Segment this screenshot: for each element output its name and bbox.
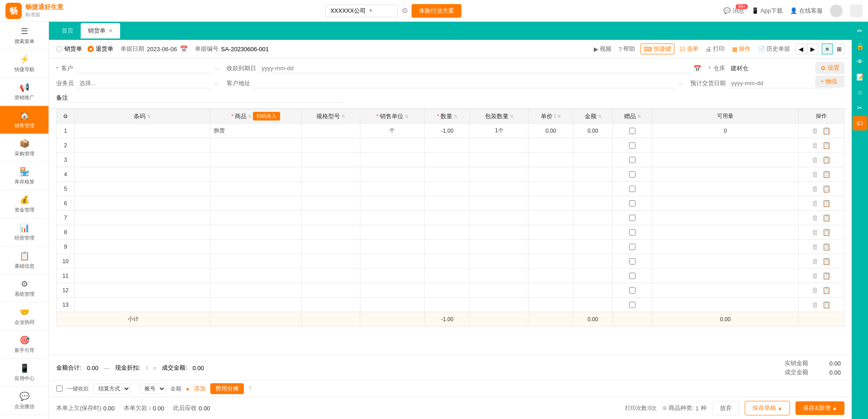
rpanel-eye-icon[interactable]: 👁: [853, 54, 867, 69]
discount-info-icon[interactable]: ℹ: [146, 365, 148, 371]
row-product-10[interactable]: [210, 269, 301, 283]
row-unit-3[interactable]: [360, 167, 424, 182]
rpanel-lock-icon[interactable]: 🔒: [853, 39, 867, 53]
row-pkgqty-11[interactable]: [470, 283, 529, 298]
add-icon[interactable]: ●: [186, 385, 189, 392]
row-gift-7[interactable]: [613, 225, 652, 240]
row-amount-4[interactable]: [573, 182, 612, 196]
rpanel-edit-icon[interactable]: ✏: [853, 24, 867, 38]
row-qty-8[interactable]: [425, 240, 470, 254]
row-gift-3[interactable]: [613, 167, 652, 182]
row-copy-4[interactable]: 📋: [821, 185, 832, 193]
row-price-1[interactable]: [529, 138, 573, 153]
row-barcode-12[interactable]: [75, 298, 210, 312]
row-copy-0[interactable]: 📋: [821, 127, 832, 135]
row-copy-6[interactable]: 📋: [821, 214, 832, 222]
avatar2[interactable]: [850, 5, 863, 17]
notes-input[interactable]: [71, 93, 343, 103]
sidebar-item-vip[interactable]: ♛ 畅会员: [0, 415, 48, 419]
video-btn[interactable]: ▶ 视频: [592, 44, 613, 54]
sidebar-item-inventory[interactable]: 🏪 库存核算: [0, 162, 48, 190]
row-spec-10[interactable]: [301, 269, 360, 283]
row-delete-3[interactable]: 🗑: [811, 170, 820, 178]
row-amount-5[interactable]: [573, 196, 612, 211]
app-download-action[interactable]: 📱 App下载: [752, 7, 783, 15]
customer-owe-info-icon[interactable]: ℹ: [149, 405, 151, 411]
row-price-10[interactable]: [529, 269, 573, 283]
row-delete-9[interactable]: 🗑: [811, 257, 820, 265]
row-copy-10[interactable]: 📋: [821, 272, 832, 279]
row-delete-7[interactable]: 🗑: [811, 228, 820, 236]
scan-button[interactable]: 扫码录入: [253, 112, 280, 120]
row-product-0[interactable]: 拆货: [210, 124, 301, 138]
row-qty-12[interactable]: [425, 298, 470, 312]
row-barcode-0[interactable]: [75, 124, 210, 138]
row-product-4[interactable]: [210, 182, 301, 196]
sidebar-item-guide[interactable]: 🎯 新手引导: [0, 331, 48, 359]
row-qty-3[interactable]: [425, 167, 470, 182]
due-date-calendar-icon[interactable]: 📅: [693, 65, 701, 72]
sidebar-item-wechat[interactable]: 💬 企业微信: [0, 387, 48, 415]
row-unit-2[interactable]: [360, 153, 424, 167]
abandon-button[interactable]: 放弃: [712, 401, 739, 415]
nav-next[interactable]: ▶: [807, 43, 818, 54]
row-pkgqty-4[interactable]: [470, 182, 529, 196]
row-pkgqty-10[interactable]: [470, 269, 529, 283]
row-price-4[interactable]: [529, 182, 573, 196]
row-delete-12[interactable]: 🗑: [811, 301, 820, 308]
row-qty-10[interactable]: [425, 269, 470, 283]
row-gift-6[interactable]: [613, 211, 652, 225]
online-support-action[interactable]: 👤 在线客服: [790, 7, 823, 15]
row-delete-1[interactable]: 🗑: [811, 141, 820, 149]
fee-split-btn[interactable]: 费用分摊: [210, 383, 244, 394]
row-pkgqty-12[interactable]: [470, 298, 529, 312]
row-amount-11[interactable]: [573, 283, 612, 298]
row-price-6[interactable]: [529, 211, 573, 225]
row-unit-8[interactable]: [360, 240, 424, 254]
radio-sales[interactable]: 销货单: [56, 45, 82, 53]
row-spec-4[interactable]: [301, 182, 360, 196]
row-product-2[interactable]: [210, 153, 301, 167]
row-barcode-3[interactable]: [75, 167, 210, 182]
tab-sales-order[interactable]: 销货单 ✕: [81, 23, 120, 39]
row-barcode-8[interactable]: [75, 240, 210, 254]
row-copy-7[interactable]: 📋: [821, 228, 832, 236]
salesperson-dots[interactable]: ···: [214, 80, 219, 87]
help-btn[interactable]: ? 帮助: [617, 44, 637, 54]
fee-help-icon[interactable]: ?: [248, 385, 252, 392]
customer-addr-dots[interactable]: ···: [678, 80, 683, 87]
row-spec-6[interactable]: [301, 211, 360, 225]
row-unit-0[interactable]: 个: [360, 124, 424, 138]
row-qty-7[interactable]: [425, 225, 470, 240]
row-price-5[interactable]: [529, 196, 573, 211]
row-gift-5[interactable]: [613, 196, 652, 211]
row-spec-9[interactable]: [301, 254, 360, 269]
row-product-3[interactable]: [210, 167, 301, 182]
avatar[interactable]: [830, 5, 843, 17]
row-barcode-7[interactable]: [75, 225, 210, 240]
price-sort-icon[interactable]: ⇅: [557, 114, 561, 119]
sidebar-item-enterprise[interactable]: 🤝 企业协同: [0, 303, 48, 331]
row-spec-2[interactable]: [301, 153, 360, 167]
message-action[interactable]: 💬 消息 99+: [723, 7, 744, 15]
row-unit-12[interactable]: [360, 298, 424, 312]
row-qty-6[interactable]: [425, 211, 470, 225]
sidebar-item-finance[interactable]: 💰 资金管理: [0, 190, 48, 218]
row-amount-2[interactable]: [573, 153, 612, 167]
row-gift-12[interactable]: [613, 298, 652, 312]
row-copy-12[interactable]: 📋: [821, 301, 832, 308]
one-click-pay-checkbox[interactable]: [56, 385, 63, 392]
row-delete-8[interactable]: 🗑: [811, 243, 820, 250]
save-new-button[interactable]: 保存&新增 ▲: [795, 401, 844, 415]
row-spec-1[interactable]: [301, 138, 360, 153]
unit-sort-icon[interactable]: ⇅: [405, 114, 408, 119]
row-product-11[interactable]: [210, 283, 301, 298]
row-pkgqty-1[interactable]: [470, 138, 529, 153]
sidebar-item-purchase[interactable]: 📦 采购管理: [0, 134, 48, 162]
sidebar-item-system[interactable]: ⚙ 系统管理: [0, 275, 48, 303]
row-amount-9[interactable]: [573, 254, 612, 269]
row-barcode-11[interactable]: [75, 283, 210, 298]
customer-input[interactable]: [76, 63, 212, 73]
rpanel-tag-icon[interactable]: 🏷: [853, 116, 867, 130]
row-copy-2[interactable]: 📋: [821, 156, 832, 164]
